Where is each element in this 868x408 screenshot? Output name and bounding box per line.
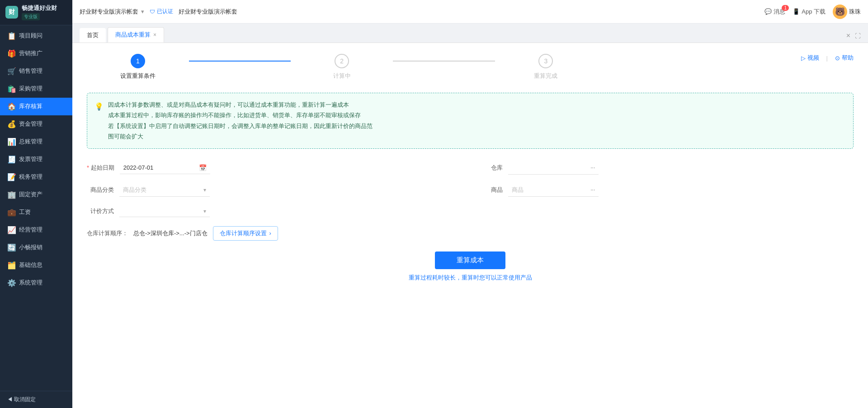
step-1: 1 设置重算条件: [87, 54, 189, 80]
sidebar-item-accounting[interactable]: 📊 总账管理: [0, 133, 72, 151]
mobile-icon: 📱: [793, 8, 800, 15]
sidebar-item-label: 系统管理: [19, 279, 42, 287]
sidebar-item-expense[interactable]: 🔄 小畅报销: [0, 239, 72, 256]
help-row: ▷ 视频 | ⊙ 帮助: [801, 54, 854, 62]
user-name: 珠珠: [849, 8, 861, 16]
page-content: 1 设置重算条件 2 计算中 3 重算完成 ▷ 视频 |: [72, 43, 868, 408]
form-row-3: 计价方式 ▾: [87, 206, 854, 217]
category-field: 商品分类 商品分类 ▾: [87, 184, 465, 197]
sidebar-item-sales[interactable]: 🛒 销售管理: [0, 62, 72, 80]
category-label: 商品分类: [87, 186, 114, 194]
goods-dots-icon[interactable]: ···: [590, 186, 595, 194]
recalc-button[interactable]: 重算成本: [435, 251, 505, 269]
sidebar-item-system[interactable]: ⚙️ 系统管理: [0, 274, 72, 292]
tabbar: 首页 商品成本重算 × × ⛶: [72, 24, 868, 43]
video-help-button[interactable]: ▷ 视频: [801, 54, 819, 62]
info-box: 💡 因成本计算参数调整、或是对商品成本有疑问时，可以通过成本重算功能，重新计算一…: [87, 93, 854, 149]
form-section: 起始日期 2022-07-01 📅 仓库 ··· 商品分: [87, 161, 854, 241]
warehouse-input-wrapper[interactable]: ···: [508, 161, 599, 175]
sidebar-item-basic[interactable]: 🗂️ 基础信息: [0, 256, 72, 274]
expense-icon: 🔄: [7, 243, 15, 252]
sidebar-item-operation[interactable]: 📈 经营管理: [0, 221, 72, 239]
goods-field: 商品 商品 ···: [476, 184, 854, 197]
calendar-icon[interactable]: 📅: [199, 164, 207, 171]
sales-icon: 🛒: [7, 67, 15, 76]
step-1-circle: 1: [131, 54, 145, 68]
recalc-btn-label: 重算成本: [457, 256, 484, 264]
sidebar-footer-unpin[interactable]: ◀ 取消固定: [0, 391, 72, 408]
warehouse-field: 仓库 ···: [476, 161, 854, 175]
topbar: 好业财专业版演示帐套 ▾ 🛡 已认证 好业财专业版演示帐套 💬 消息 1 📱 A…: [72, 0, 868, 24]
account-selector[interactable]: 好业财专业版演示帐套 ▾: [80, 8, 144, 16]
warehouse-label: 仓库: [476, 164, 503, 172]
step-3-label: 重算完成: [534, 72, 557, 80]
tab-home[interactable]: 首页: [80, 28, 106, 43]
window-close-button[interactable]: ×: [846, 32, 850, 40]
start-date-value: 2022-07-01: [123, 164, 195, 171]
sidebar-item-project[interactable]: 📋 项目顾问: [0, 27, 72, 45]
pricing-select[interactable]: ▾: [119, 206, 210, 217]
form-row-1: 起始日期 2022-07-01 📅 仓库 ···: [87, 161, 854, 175]
user-avatar-button[interactable]: 🐻 珠珠: [833, 5, 861, 19]
window-expand-button[interactable]: ⛶: [855, 33, 861, 39]
invoice-icon: 🧾: [7, 155, 15, 164]
sidebar-item-purchase[interactable]: 🛍️ 采购管理: [0, 80, 72, 98]
start-date-label: 起始日期: [87, 164, 114, 172]
calc-order-btn[interactable]: 仓库计算顺序设置 ›: [213, 226, 278, 241]
category-select[interactable]: 商品分类 ▾: [119, 184, 210, 197]
sidebar-item-label: 营销推广: [19, 49, 42, 57]
tab-home-label: 首页: [87, 31, 99, 39]
info-icon: 💡: [94, 100, 104, 142]
avatar: 🐻: [833, 5, 847, 19]
operation-icon: 📈: [7, 226, 15, 234]
step-2-label: 计算中: [333, 72, 351, 80]
tab-close-icon[interactable]: ×: [153, 32, 156, 38]
sidebar-item-salary[interactable]: 💼 工资: [0, 204, 72, 221]
sidebar: 财 畅捷通好业财 专业版 📋 项目顾问 🎁 营销推广 🛒 销售管理 🛍️ 采购管…: [0, 0, 72, 408]
help-button[interactable]: ⊙ 帮助: [835, 54, 854, 62]
step-2: 2 计算中: [291, 54, 393, 80]
warehouse-dots-icon[interactable]: ···: [590, 164, 595, 172]
sidebar-nav: 📋 项目顾问 🎁 营销推广 🛒 销售管理 🛍️ 采购管理 🏠 库存核算 💰 资金…: [0, 25, 72, 391]
sidebar-item-label: 库存核算: [19, 102, 42, 110]
pricing-field: 计价方式 ▾: [87, 206, 465, 217]
start-date-input-wrapper[interactable]: 2022-07-01 📅: [120, 162, 210, 174]
sidebar-item-marketing[interactable]: 🎁 营销推广: [0, 45, 72, 62]
pricing-chevron-icon: ▾: [203, 208, 206, 214]
goods-input-wrapper[interactable]: 商品 ···: [508, 184, 599, 197]
help-label: 帮助: [842, 54, 854, 62]
sidebar-item-label: 税务管理: [19, 173, 42, 181]
sidebar-brand-name: 畅捷通好业财: [22, 5, 57, 12]
tax-icon: 📝: [7, 173, 15, 181]
sidebar-item-label: 固定资产: [19, 190, 42, 199]
sidebar-item-label: 资金管理: [19, 120, 42, 128]
info-line-2: 成本重算过程中，影响库存账的操作均不能操作，比如进货单、销货单、库存单据不能审核…: [108, 110, 373, 120]
sidebar-item-label: 小畅报销: [19, 243, 42, 251]
message-badge: 1: [782, 5, 789, 11]
project-icon: 📋: [7, 32, 15, 40]
step-line-1: [189, 61, 291, 62]
tab-recalc-label: 商品成本重算: [115, 31, 151, 39]
step-2-circle: 2: [335, 54, 349, 68]
sidebar-item-fixed-assets[interactable]: 🏢 固定资产: [0, 186, 72, 204]
goods-placeholder: 商品: [512, 186, 587, 194]
message-button[interactable]: 💬 消息 1: [764, 8, 785, 16]
dropdown-icon: ▾: [141, 8, 144, 15]
sidebar-item-inventory[interactable]: 🏠 库存核算: [0, 98, 72, 115]
calc-order-btn-label: 仓库计算顺序设置: [220, 229, 267, 237]
sidebar-item-finance[interactable]: 💰 资金管理: [0, 115, 72, 133]
salary-icon: 💼: [7, 208, 15, 217]
sidebar-item-label: 工资: [19, 208, 31, 216]
app-download-button[interactable]: 📱 App 下载: [793, 8, 826, 16]
topbar-actions: 💬 消息 1 📱 App 下载 🐻 珠珠: [764, 5, 861, 19]
system-icon: ⚙️: [7, 279, 15, 287]
basic-icon: 🗂️: [7, 261, 15, 270]
sidebar-item-tax[interactable]: 📝 税务管理: [0, 168, 72, 186]
step-3: 3 重算完成: [495, 54, 597, 80]
sidebar-item-label: 发票管理: [19, 155, 42, 163]
inventory-icon: 🏠: [7, 102, 15, 111]
form-row-2: 商品分类 商品分类 ▾ 商品 商品 ···: [87, 184, 854, 197]
sidebar-item-invoice[interactable]: 🧾 发票管理: [0, 151, 72, 168]
tab-recalc[interactable]: 商品成本重算 ×: [108, 27, 164, 43]
step-1-label: 设置重算条件: [120, 72, 156, 80]
